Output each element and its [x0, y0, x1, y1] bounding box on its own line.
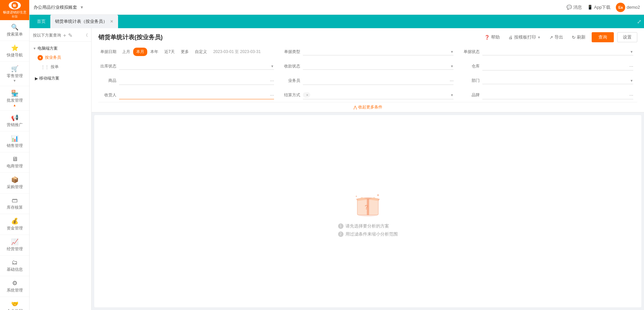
date-tab-this-month[interactable]: 本月 [133, 48, 147, 56]
sidebar-item-basic[interactable]: 🗂 基础信息 [0, 256, 29, 276]
tab-expand-btn[interactable]: ⤢ [637, 18, 641, 25]
filter-cell-date: 单据日期 上月 本月 本年 近7天 更多 自定义 20 [98, 46, 278, 57]
filter-cell-paymentstatus: 收款状态 ▼ [278, 62, 458, 71]
wholesale-icon: 🏪 [11, 90, 18, 97]
tip-num-1: 1 [338, 223, 343, 229]
sidebar-item-inventory[interactable]: 🗃 库存核算 [0, 194, 29, 214]
export-icon: ↗ [549, 35, 553, 40]
paymethod-field[interactable]: × ▼ [303, 91, 454, 99]
outstatus-select[interactable]: ▼ [119, 63, 274, 70]
help-btn[interactable]: ❓ 帮助 [482, 33, 502, 42]
consignee-input[interactable] [119, 93, 269, 97]
tab-sales-report[interactable]: 销货单统计表（按业务员） ✕ [50, 15, 118, 28]
filter-row-4: 收货人 ··· 结算方式 × [98, 90, 637, 101]
print-btn[interactable]: 🖨 按模板打印 ▼ [506, 33, 543, 42]
mobile-scheme-group: ▶ 移动端方案 [30, 73, 91, 84]
desktop-scheme-group: ▼ 电脑端方案 ● 按业务员 ⋮⋮ 按单 [30, 43, 91, 73]
tab-home[interactable]: 首页 [32, 15, 50, 28]
doctype-select[interactable]: ▼ [303, 49, 454, 55]
date-tab-last7days[interactable]: 近7天 [161, 48, 178, 56]
sidebar-item-operations[interactable]: 📈 经营管理 [0, 235, 29, 256]
enterprise-icon: 🤝 [11, 300, 18, 308]
topbar-message-btn[interactable]: 💬 消息 [567, 4, 582, 10]
sidebar-item-retail[interactable]: 🛒 零售管理 ▼ [0, 62, 29, 86]
add-scheme-btn[interactable]: + [63, 33, 66, 39]
tab-close-icon[interactable]: ✕ [110, 19, 113, 24]
svg-text:✦: ✦ [376, 193, 380, 197]
date-tab-more[interactable]: 更多 [178, 48, 192, 56]
date-tab-custom[interactable]: 自定义 [192, 48, 210, 56]
sidebar-item-quicknav[interactable]: ⭐ 快捷导航 [0, 41, 29, 62]
paymentstatus-select[interactable]: ▼ [303, 63, 454, 70]
date-tab-last-month[interactable]: 上月 [119, 48, 133, 56]
system-icon: ⚙ [12, 279, 17, 287]
brand-field[interactable]: ··· [482, 91, 633, 99]
goods-field[interactable]: ··· [119, 76, 274, 85]
doctype-arrow: ▼ [450, 50, 453, 54]
filter-cell-brand: 品牌 ··· [458, 90, 637, 101]
goods-input[interactable] [119, 78, 269, 83]
consignee-dots[interactable]: ··· [270, 92, 274, 98]
desktop-group-arrow: ▼ [33, 47, 36, 50]
ecommerce-icon: 🖥 [12, 156, 18, 163]
docstatus-arrow: ▼ [630, 50, 633, 54]
sidebar-item-finance[interactable]: 💰 资金管理 [0, 214, 29, 235]
paymethod-arrow[interactable]: ▼ [450, 93, 453, 97]
filter-row-3: 商品 ··· 业务员 ··· [98, 75, 637, 86]
salesrep-input[interactable] [303, 78, 448, 83]
filter-area: 单据日期 上月 本月 本年 近7天 更多 自定义 20 [98, 46, 637, 112]
date-tab-this-year[interactable]: 本年 [147, 48, 161, 56]
goods-dots[interactable]: ··· [270, 78, 274, 83]
topbar-user-area[interactable]: Ea demo2 [616, 3, 640, 12]
sub-item-by-order[interactable]: ⋮⋮ 按单 [30, 62, 91, 71]
topbar-dropdown-icon[interactable]: ▼ [80, 5, 84, 10]
user-avatar: Ea [616, 3, 625, 12]
refresh-label: 刷新 [577, 34, 586, 40]
salesrep-field[interactable]: ··· [303, 76, 454, 85]
sidebar-item-purchase[interactable]: 📦 采购管理 [0, 173, 29, 194]
sidebar-item-search[interactable]: 🔍 搜索菜单 [0, 20, 29, 41]
print-dropdown-arrow: ▼ [537, 36, 541, 39]
salesrep-dots[interactable]: ··· [450, 78, 454, 83]
consignee-field[interactable]: ··· [119, 91, 274, 99]
docstatus-select[interactable]: ▼ [482, 49, 633, 55]
page-title-row: 销货单统计表(按业务员) ❓ 帮助 🖨 按模板打印 ▼ ↗ [98, 32, 637, 42]
brand-dots[interactable]: ··· [629, 92, 633, 98]
mobile-group-title[interactable]: ▶ 移动端方案 [30, 74, 91, 83]
collapse-more-btn[interactable]: ⋀ 收起更多条件 [98, 102, 637, 112]
sidebar-item-sales[interactable]: 📊 销售管理 [0, 132, 29, 152]
dept-label: 部门 [462, 78, 480, 84]
outstatus-label: 出库状态 [98, 63, 116, 69]
warehouse-input[interactable] [482, 64, 628, 68]
sidebar-item-enterprise[interactable]: 🤝 企业协同 [0, 297, 29, 310]
sidebar-item-wholesale[interactable]: 🏪 批发管理 ▲ [0, 86, 29, 111]
settings-button[interactable]: 设置 [617, 32, 637, 42]
date-range: 2023-03-01 至 2023-03-31 [213, 49, 261, 55]
sidebar-logo: 畅 畅捷进销好生意 标版 [0, 0, 29, 20]
refresh-btn[interactable]: ↻ 刷新 [569, 33, 588, 42]
desktop-scheme-group-title[interactable]: ▼ 电脑端方案 [30, 44, 91, 53]
sidebar-quicknav-label: 快捷导航 [7, 52, 23, 58]
topbar-appdownload-btn[interactable]: 📱 App下载 [587, 4, 610, 10]
brand-input[interactable] [482, 93, 628, 97]
export-btn[interactable]: ↗ 导出 [547, 33, 566, 42]
svg-text:畅: 畅 [13, 4, 16, 7]
tip-text-2: 用过滤条件来缩小分析范围 [345, 231, 398, 237]
filter-cell-paymethod: 结算方式 × ▼ [278, 90, 458, 101]
page-header: 销货单统计表(按业务员) ❓ 帮助 🖨 按模板打印 ▼ ↗ [92, 28, 644, 112]
active-scheme-dot: ● [38, 55, 43, 60]
sidebar-item-system[interactable]: ⚙ 系统管理 [0, 276, 29, 297]
query-button[interactable]: 查询 [592, 32, 614, 42]
sidebar-item-marketing[interactable]: 📢 营销推广 [0, 111, 29, 132]
dept-select[interactable]: ▼ [482, 78, 633, 84]
search-icon: 🔍 [11, 23, 18, 31]
warehouse-field[interactable]: ··· [482, 62, 633, 70]
sidebar-item-ecommerce[interactable]: 🖥 电商管理 [0, 152, 29, 173]
collapse-panel-btn[interactable]: 《 [84, 33, 88, 38]
warehouse-dots[interactable]: ··· [629, 63, 633, 69]
salesrep-label: 业务员 [282, 78, 300, 84]
paymethod-tag-remove[interactable]: × [306, 93, 308, 97]
edit-scheme-btn[interactable]: ✎ [68, 32, 72, 39]
scheme-item-sales-rep[interactable]: ● 按业务员 [30, 53, 91, 62]
purchase-icon: 📦 [11, 176, 18, 184]
